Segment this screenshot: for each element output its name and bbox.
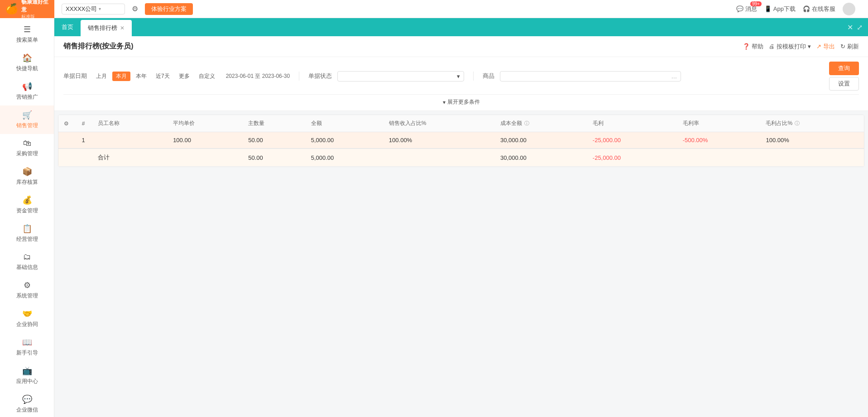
status-select[interactable]: ▾	[337, 71, 464, 81]
sidebar-label-finance: 资金管理	[16, 207, 38, 215]
table-header-row: ⚙ # 员工名称 平均单价 主数量 全额 销售收入占比% 成本全额 ⓘ 毛利 毛…	[58, 115, 864, 132]
sidebar-item-quick-nav[interactable]: 🏠 快捷导航	[0, 48, 54, 77]
col-avg-price: 平均单价	[168, 115, 243, 132]
quick-nav-icon: 🏠	[22, 53, 32, 63]
window-close-button[interactable]: ✕	[847, 23, 853, 32]
footer-main-qty: 50.00	[243, 149, 305, 167]
refresh-button[interactable]: ↻ 刷新	[840, 43, 859, 51]
sidebar-item-operations[interactable]: 📋 经营管理	[0, 219, 54, 248]
trial-button[interactable]: 体验行业方案	[145, 3, 193, 15]
message-icon: 💬	[736, 5, 743, 12]
online-service-button[interactable]: 🎧 在线客服	[803, 5, 835, 13]
sidebar-item-guide[interactable]: 📖 新手引导	[0, 333, 54, 361]
window-expand-button[interactable]: ⤢	[857, 23, 863, 32]
filter-divider-1	[299, 72, 299, 81]
tab-sales-rank[interactable]: 销售排行榜 ✕	[81, 20, 132, 36]
sidebar-label-inventory: 库存核算	[16, 178, 38, 186]
sidebar-item-basic-info[interactable]: 🗂 基础信息	[0, 248, 54, 276]
table-footer: 合计 50.00 5,000.00 30,000.00 -25,000.00	[58, 149, 864, 167]
wechat-icon: 💬	[22, 394, 32, 404]
status-label: 单据状态	[308, 72, 332, 80]
logo-text: 畅康通好生意 标准版	[21, 0, 49, 20]
purchase-icon: 🛍	[23, 139, 31, 148]
content-area: 销售排行榜(按业务员) ❓ 帮助 🖨 按模板打印 ▾ ↗ 导出	[54, 36, 868, 417]
sidebar-label-quick-nav: 快捷导航	[16, 65, 38, 72]
col-name: 员工名称	[92, 115, 168, 132]
row-sales-pct: 100.00%	[384, 132, 495, 149]
sidebar-label-wechat: 企业微信	[16, 406, 38, 414]
goods-select[interactable]: …	[500, 71, 681, 81]
template-print-button[interactable]: 🖨 按模板打印 ▾	[769, 43, 811, 51]
sidebar-item-search[interactable]: ☰ 搜索菜单	[0, 20, 54, 48]
sidebar-item-finance[interactable]: 💰 资金管理	[0, 191, 54, 219]
avatar[interactable]	[843, 3, 855, 15]
goods-dots-icon[interactable]: …	[671, 73, 677, 80]
window-controls: ✕ ⤢	[847, 23, 868, 32]
expand-conditions-button[interactable]: ▾ 展开更多条件	[63, 94, 859, 106]
page-header: 销售排行榜(按业务员) ❓ 帮助 🖨 按模板打印 ▾ ↗ 导出	[54, 36, 868, 57]
help-icon: ❓	[743, 43, 750, 50]
date-tab-this-year[interactable]: 本年	[132, 72, 150, 81]
print-icon: 🖨	[769, 43, 775, 50]
cost-info-icon[interactable]: ⓘ	[524, 120, 529, 126]
date-tab-more[interactable]: 更多	[175, 72, 193, 81]
col-profit-rate: 毛利率	[677, 115, 761, 132]
col-cost: 成本全额 ⓘ	[495, 115, 587, 132]
print-chevron-icon: ▾	[808, 43, 811, 50]
row-rank: 1	[74, 132, 92, 149]
company-select[interactable]: XXXXX公司 ▾	[62, 4, 125, 14]
filter-settings-button[interactable]: 设置	[829, 77, 859, 91]
sidebar-item-sales[interactable]: 🛒 销售管理	[0, 105, 54, 134]
tab-home[interactable]: 首页	[54, 18, 81, 36]
expand-icon: ▾	[443, 99, 446, 105]
sidebar-item-enterprise[interactable]: 🤝 企业协同	[0, 304, 54, 333]
date-tab-custom[interactable]: 自定义	[195, 72, 219, 81]
top-right-area: 💬 消息 99+ 📱 App下载 🎧 在线客服	[736, 3, 863, 15]
operations-icon: 📋	[22, 224, 32, 234]
chevron-down-icon: ▾	[99, 6, 101, 11]
app-icon: 📱	[764, 5, 772, 12]
date-range: 2023-06-01 至 2023-06-30	[226, 72, 290, 80]
sidebar-item-marketing[interactable]: 📢 营销推广	[0, 77, 54, 105]
date-tab-prev-month[interactable]: 上月	[92, 72, 110, 81]
sidebar-label-marketing: 营销推广	[16, 93, 38, 101]
app-center-icon: 📺	[22, 366, 32, 376]
app-download-button[interactable]: 📱 App下载	[764, 5, 796, 13]
sidebar-item-system[interactable]: ⚙ 系统管理	[0, 276, 54, 304]
logo-area: 🍊 畅康通好生意 标准版	[0, 0, 54, 18]
sidebar-label-search: 搜索菜单	[16, 36, 38, 44]
sidebar-item-inventory[interactable]: 📦 库存核算	[0, 162, 54, 191]
sidebar-label-operations: 经营管理	[16, 235, 38, 243]
col-profit-pct: 毛利占比% ⓘ	[760, 115, 864, 132]
message-button[interactable]: 💬 消息 99+	[736, 5, 757, 13]
table-row: 1 100.00 50.00 5,000.00 100.00% 30,000.0…	[58, 132, 864, 149]
filter-divider-2	[473, 72, 474, 81]
col-amount: 全额	[306, 115, 384, 132]
nav-tabs: 首页 销售排行榜 ✕ ✕ ⤢	[54, 18, 868, 36]
row-profit: -25,000.00	[587, 132, 677, 149]
col-sales-pct: 销售收入占比%	[384, 115, 495, 132]
gear-button[interactable]: ⚙	[129, 3, 141, 15]
date-tab-this-month[interactable]: 本月	[112, 72, 130, 81]
search-icon: ☰	[24, 24, 31, 34]
sidebar-label-purchase: 采购管理	[16, 150, 38, 158]
row-profit-rate: -500.00%	[677, 132, 761, 149]
date-tab-7days[interactable]: 近7天	[152, 72, 173, 81]
export-button[interactable]: ↗ 导出	[816, 43, 835, 51]
filter-row-1: 单据日期 上月本月本年近7天更多自定义 2023-06-01 至 2023-06…	[63, 62, 859, 91]
company-name: XXXXX公司	[66, 5, 97, 13]
table-wrapper: ⚙ # 员工名称 平均单价 主数量 全额 销售收入占比% 成本全额 ⓘ 毛利 毛…	[58, 115, 864, 167]
col-settings[interactable]: ⚙	[58, 115, 74, 132]
help-button[interactable]: ❓ 帮助	[743, 43, 763, 51]
tab-close-icon[interactable]: ✕	[120, 25, 125, 31]
data-table-container: ⚙ # 员工名称 平均单价 主数量 全额 销售收入占比% 成本全额 ⓘ 毛利 毛…	[58, 115, 864, 167]
refresh-icon: ↻	[840, 43, 845, 50]
query-button[interactable]: 查询	[829, 62, 859, 75]
row-profit-pct: 100.00%	[760, 132, 864, 149]
enterprise-icon: 🤝	[22, 309, 32, 319]
profit-pct-info-icon[interactable]: ⓘ	[795, 120, 800, 126]
sidebar-item-wechat[interactable]: 💬 企业微信	[0, 390, 54, 417]
sidebar-item-app-center[interactable]: 📺 应用中心	[0, 361, 54, 390]
sidebar-item-purchase[interactable]: 🛍 采购管理	[0, 134, 54, 162]
sidebar-label-app-center: 应用中心	[16, 378, 38, 385]
